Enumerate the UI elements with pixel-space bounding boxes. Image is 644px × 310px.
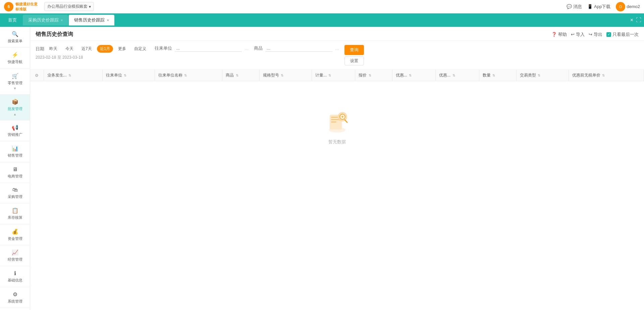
sidebar-item-wholesale[interactable]: 📦 批发管理 ▲	[0, 95, 30, 120]
purchase-mgmt-icon: 🛍	[12, 187, 18, 193]
message-button[interactable]: 💬 消息	[567, 4, 582, 10]
page-header: 销售历史价查询 ❓ 帮助 ↩ 导入 ↪ 导出 ✓	[30, 27, 644, 41]
only-last-checkbox[interactable]: ✓ 只看最后一次	[606, 32, 639, 38]
import-button[interactable]: ↩ 导入	[571, 32, 585, 38]
date-range-display: 2023-02-18 至 2023-03-18	[36, 55, 149, 60]
user-profile[interactable]: D demo2	[616, 2, 640, 11]
table-wrapper: ⚙ 业务发生... ⇅ 往来单位 ⇅ 往来单位名称	[30, 70, 644, 310]
th-product[interactable]: 商品 ⇅	[222, 70, 260, 81]
shortcut-icon: ⚡	[12, 52, 18, 58]
table-head: ⚙ 业务发生... ⇅ 往来单位 ⇅ 往来单位名称	[30, 70, 644, 81]
product-label: 商品	[254, 45, 263, 51]
sidebar-item-enterprise[interactable]: 🤝 企业协同	[0, 308, 30, 310]
basic-icon: ℹ	[14, 270, 16, 276]
svg-rect-2	[331, 117, 338, 118]
data-table: ⚙ 业务发生... ⇅ 往来单位 ⇅ 往来单位名称	[30, 70, 644, 81]
tab-sales-close[interactable]: ×	[107, 18, 109, 22]
sort-icon-partner-name: ⇅	[184, 73, 187, 77]
th-partner-code[interactable]: 往来单位 ⇅	[102, 70, 155, 81]
only-last-label: 只看最后一次	[612, 32, 639, 38]
date-btn-1month[interactable]: 近1月	[97, 45, 113, 53]
query-button[interactable]: 查询	[344, 45, 364, 55]
date-filter: 日期 昨天 今天 近7天 近1月 更多 自定义 2023-02-18 至 202…	[36, 45, 149, 60]
sidebar-item-shortcut[interactable]: ⚡ 快捷导航	[0, 48, 30, 68]
main-layout: 🔍 搜索菜单 ⚡ 快捷导航 🛒 零售管理 ▼ 📦 批发管理 ▲ 📢 营销推广 📊…	[0, 27, 644, 310]
th-business-date[interactable]: 业务发生... ⇅	[44, 70, 102, 81]
sidebar-item-marketing[interactable]: 📢 营销推广	[0, 120, 30, 141]
product-dots: ...	[335, 46, 339, 51]
sidebar-item-system[interactable]: ⚙ 系统管理	[0, 287, 30, 308]
header-right: 💬 消息 📱 App下载 D demo2	[567, 2, 640, 11]
marketing-icon: 📢	[12, 124, 18, 131]
tab-home-label: 首页	[8, 17, 17, 23]
page-title: 销售历史价查询	[36, 31, 73, 38]
sidebar-item-finance[interactable]: 💰 资金管理	[0, 224, 30, 245]
th-quantity[interactable]: 数量 ⇅	[479, 70, 516, 81]
settings-button[interactable]: 设置	[344, 56, 364, 65]
close-window-button[interactable]: ×	[630, 17, 633, 23]
gear-icon[interactable]: ⚙	[35, 73, 39, 78]
ecommerce-icon: 🖥	[12, 166, 18, 172]
tab-purchase-label: 采购历史价跟踪	[28, 17, 59, 23]
operations-icon: 📈	[12, 249, 18, 256]
avatar: D	[616, 2, 625, 11]
sort-icon-business-date: ⇅	[68, 73, 71, 77]
sort-icon-spec: ⇅	[281, 73, 283, 77]
export-button[interactable]: ↪ 导出	[589, 32, 602, 38]
th-spec[interactable]: 规格型号 ⇅	[259, 70, 312, 81]
svg-line-7	[345, 120, 347, 122]
sidebar-item-ecommerce[interactable]: 🖥 电商管理	[0, 162, 30, 183]
date-btn-yesterday[interactable]: 昨天	[46, 45, 60, 53]
help-button[interactable]: ❓ 帮助	[551, 32, 567, 38]
import-label: 导入	[576, 32, 585, 38]
wholesale-expand-icon: ▲	[13, 112, 17, 116]
top-header: 6 畅捷通好生意 标准版 办公用品行业模拟账套 ▾ 💬 消息 📱 App下载 D…	[0, 0, 644, 13]
message-label: 消息	[573, 4, 582, 10]
partner-input[interactable]	[175, 45, 242, 52]
sidebar-item-sales-mgmt[interactable]: 📊 销售管理	[0, 141, 30, 162]
th-discount1[interactable]: 优惠... ⇅	[392, 70, 436, 81]
sidebar: 🔍 搜索菜单 ⚡ 快捷导航 🛒 零售管理 ▼ 📦 批发管理 ▲ 📢 营销推广 📊…	[0, 27, 30, 310]
sidebar-item-operations[interactable]: 📈 经营管理	[0, 245, 30, 266]
retail-icon: 🛒	[12, 73, 18, 79]
date-btn-custom[interactable]: 自定义	[131, 45, 149, 53]
date-btn-today[interactable]: 今天	[62, 45, 76, 53]
product-input[interactable]	[265, 45, 332, 52]
sidebar-item-search[interactable]: 🔍 搜索菜单	[0, 27, 30, 48]
sidebar-item-basic[interactable]: ℹ 基础信息	[0, 266, 30, 287]
date-btn-more[interactable]: 更多	[115, 45, 129, 53]
date-btn-7days[interactable]: 近7天	[78, 45, 95, 53]
logo-area: 6 畅捷通好生意 标准版	[4, 2, 38, 11]
maximize-button[interactable]: ⛶	[636, 17, 641, 23]
sort-icon-pretax-price: ⇅	[602, 73, 605, 77]
tab-purchase-close[interactable]: ×	[61, 18, 63, 22]
th-gear: ⚙	[30, 70, 44, 81]
tab-home[interactable]: 首页	[3, 15, 22, 25]
th-discount2[interactable]: 优惠... ⇅	[436, 70, 479, 81]
empty-text: 暂无数据	[328, 139, 346, 145]
content-area: 销售历史价查询 ❓ 帮助 ↩ 导入 ↪ 导出 ✓	[30, 27, 644, 310]
export-icon: ↪	[589, 32, 592, 37]
th-quote[interactable]: 报价 ⇅	[355, 70, 392, 81]
th-unit[interactable]: 计量... ⇅	[312, 70, 355, 81]
app-download-button[interactable]: 📱 App下载	[587, 4, 610, 10]
wholesale-icon: 📦	[12, 99, 18, 105]
logo-icon: 6	[4, 2, 13, 11]
sidebar-item-retail[interactable]: 🛒 零售管理 ▼	[0, 69, 30, 95]
app-selector[interactable]: 办公用品行业模拟账套 ▾	[44, 2, 94, 11]
sidebar-item-inventory[interactable]: 📋 库存核算	[0, 203, 30, 224]
th-trade-type[interactable]: 交易类型 ⇅	[516, 70, 569, 81]
th-pretax-price[interactable]: 优惠前无税单价 ⇅	[569, 70, 644, 81]
empty-icon	[324, 108, 351, 135]
tab-bar: 首页 采购历史价跟踪 × 销售历史价跟踪 × × ⛶	[0, 13, 644, 27]
th-partner-name[interactable]: 往来单位名称 ⇅	[155, 70, 222, 81]
tab-purchase[interactable]: 采购历史价跟踪 ×	[23, 15, 68, 25]
inventory-icon: 📋	[12, 207, 18, 214]
sort-icon-quantity: ⇅	[492, 73, 495, 77]
search-icon: 🔍	[12, 31, 18, 37]
tab-sales-label: 销售历史价跟踪	[74, 17, 105, 23]
retail-expand-icon: ▼	[13, 87, 17, 90]
filter-area: 日期 昨天 今天 近7天 近1月 更多 自定义 2023-02-18 至 202…	[30, 41, 644, 70]
tab-sales[interactable]: 销售历史价跟踪 ×	[69, 15, 114, 25]
sidebar-item-purchase-mgmt[interactable]: 🛍 采购管理	[0, 183, 30, 203]
